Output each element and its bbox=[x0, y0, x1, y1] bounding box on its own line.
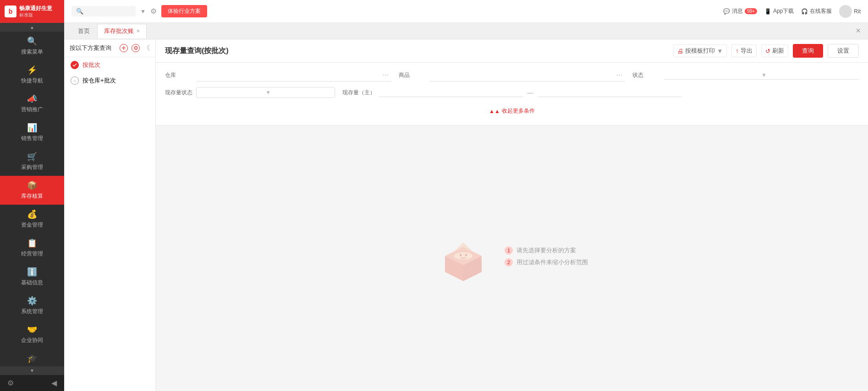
sidebar-item-marketing[interactable]: 📣 营销推广 bbox=[0, 89, 64, 118]
marketing-icon: 📣 bbox=[27, 94, 37, 104]
sidebar-item-inventory[interactable]: 📦 库存核算 bbox=[0, 176, 64, 205]
product-input-wrapper[interactable]: ··· bbox=[430, 69, 625, 81]
user-name: Rit bbox=[854, 8, 861, 15]
refresh-button[interactable]: ↺ 刷新 bbox=[761, 44, 788, 57]
plan-item-batch[interactable]: 按批次 bbox=[64, 57, 155, 73]
online-service-item[interactable]: 🎧 在线客服 bbox=[801, 7, 832, 15]
warehouse-input-wrapper[interactable]: ··· bbox=[196, 69, 391, 81]
sidebar-item-label: 快捷导航 bbox=[21, 77, 43, 85]
sidebar-item-purchase[interactable]: 🛒 采购管理 bbox=[0, 147, 64, 176]
export-button[interactable]: ↑ 导出 bbox=[731, 44, 757, 57]
sidebar-item-label: 企业协同 bbox=[21, 337, 43, 344]
sidebar-item-operations[interactable]: 📋 经营管理 bbox=[0, 234, 64, 262]
user-profile-item[interactable]: Rit bbox=[839, 5, 861, 18]
page-header: 现存量查询(按批次) 🖨 按模板打印 ▼ ↑ 导出 ↺ 刷新 bbox=[156, 39, 868, 63]
product-input[interactable] bbox=[433, 70, 616, 80]
stock-amount-dash: — bbox=[527, 89, 533, 96]
filter-area: 仓库 ··· 商品 ··· bbox=[156, 63, 868, 125]
product-dots-icon[interactable]: ··· bbox=[616, 71, 622, 79]
collapse-more-button[interactable]: ▲▲ 收起更多条件 bbox=[165, 103, 859, 119]
status-label: 状态 bbox=[632, 71, 660, 79]
collapse-panel-icon[interactable]: 《 bbox=[143, 44, 150, 52]
sidebar-header: b 畅康通好生意 标准版 bbox=[0, 0, 64, 23]
status-select[interactable]: ▼ bbox=[664, 71, 859, 80]
refresh-label: 刷新 bbox=[772, 47, 784, 55]
topbar-right: 💬 消息 99+ 📱 App下载 🎧 在线客服 Rit bbox=[723, 5, 861, 18]
export-icon: ↑ bbox=[736, 48, 739, 54]
message-item[interactable]: 💬 消息 99+ bbox=[723, 7, 757, 15]
sidebar-item-label: 营销推广 bbox=[21, 106, 43, 114]
sidebar-item-newbie[interactable]: 🎓 新手引导 bbox=[0, 349, 64, 366]
content-area: 按以下方案查询 + ⚙ 《 按批次 ○ 按仓库+批次 bbox=[64, 39, 868, 391]
message-icon: 💬 bbox=[723, 8, 730, 15]
topbar-chevron-icon[interactable]: ▼ bbox=[140, 8, 146, 15]
sidebar-footer: ⚙ ◀ bbox=[0, 375, 64, 391]
tab-close-all[interactable]: × bbox=[856, 26, 861, 36]
sidebar-scroll-down[interactable]: ▼ bbox=[0, 366, 64, 375]
try-industry-button[interactable]: 体验行业方案 bbox=[161, 5, 207, 17]
tab-active-label: 库存批次账 bbox=[104, 27, 134, 35]
collapse-sidebar-icon[interactable]: ◀ bbox=[51, 379, 57, 387]
sidebar-item-enterprise[interactable]: 🤝 企业协同 bbox=[0, 320, 64, 349]
stock-amount-from[interactable] bbox=[379, 88, 523, 97]
product-filter: 商品 ··· bbox=[399, 69, 625, 81]
sidebar-item-basic[interactable]: ℹ️ 基础信息 bbox=[0, 262, 64, 291]
left-panel: 按以下方案查询 + ⚙ 《 按批次 ○ 按仓库+批次 bbox=[64, 39, 156, 391]
inventory-icon: 📦 bbox=[27, 180, 37, 190]
topbar-search-box[interactable]: 🔍 bbox=[71, 6, 136, 16]
filter-row-2: 现存量状态 ▼ 现存量（主） — bbox=[165, 87, 859, 98]
stock-amount-to-input[interactable] bbox=[541, 89, 679, 96]
print-chevron-icon: ▼ bbox=[717, 48, 723, 54]
sidebar-item-system[interactable]: ⚙️ 系统管理 bbox=[0, 291, 64, 320]
tab-home[interactable]: 首页 bbox=[71, 24, 96, 38]
page-title: 现存量查询(按批次) bbox=[165, 46, 229, 56]
search-icon: 🔍 bbox=[27, 36, 37, 46]
quicknav-icon: ⚡ bbox=[27, 65, 37, 75]
warehouse-input[interactable] bbox=[199, 70, 383, 80]
tab-close-icon[interactable]: × bbox=[137, 28, 140, 34]
sidebar: b 畅康通好生意 标准版 ▲ 🔍 搜索菜单 ⚡ 快捷导航 📣 营销推广 📊 销售… bbox=[0, 0, 64, 391]
edition-label: 标准版 bbox=[19, 12, 52, 18]
stock-amount-from-input[interactable] bbox=[382, 89, 520, 96]
empty-illustration bbox=[436, 231, 491, 286]
hint2-number: 2 bbox=[505, 258, 513, 266]
sidebar-item-finance[interactable]: 💰 资金管理 bbox=[0, 205, 64, 234]
sidebar-item-label: 库存核算 bbox=[21, 192, 43, 200]
stock-status-select[interactable]: ▼ bbox=[196, 87, 335, 98]
sidebar-item-label: 搜索菜单 bbox=[21, 48, 43, 56]
warehouse-dots-icon[interactable]: ··· bbox=[383, 71, 389, 79]
settings-plan-icon[interactable]: ⚙ bbox=[132, 44, 140, 52]
add-plan-icon[interactable]: + bbox=[120, 44, 128, 52]
left-panel-icons: + ⚙ 《 bbox=[120, 44, 150, 52]
online-service-label: 在线客服 bbox=[810, 7, 832, 15]
export-label: 导出 bbox=[741, 47, 753, 55]
tab-inventory-batch[interactable]: 库存批次账 × bbox=[97, 24, 147, 38]
sidebar-item-label: 系统管理 bbox=[21, 308, 43, 315]
user-avatar bbox=[839, 5, 852, 18]
main-area: 🔍 ▼ ⚙ 体验行业方案 💬 消息 99+ 📱 App下载 🎧 在线客服 Rit bbox=[64, 0, 868, 391]
company-name: 畅康通好生意 bbox=[19, 5, 52, 12]
stock-amount-to[interactable] bbox=[538, 88, 682, 97]
stock-status-arrow-icon: ▼ bbox=[265, 89, 330, 96]
hint1-text: 请先选择要分析的方案 bbox=[516, 246, 576, 255]
sidebar-item-search[interactable]: 🔍 搜索菜单 bbox=[0, 32, 64, 60]
plan-item-warehouse-batch[interactable]: ○ 按仓库+批次 bbox=[64, 73, 155, 88]
refresh-icon: ↺ bbox=[765, 48, 770, 54]
search-input[interactable] bbox=[86, 8, 132, 15]
left-panel-header: 按以下方案查询 + ⚙ 《 bbox=[64, 39, 155, 57]
stock-status-filter: 现存量状态 ▼ bbox=[165, 87, 335, 98]
sidebar-item-sales[interactable]: 📊 销售管理 bbox=[0, 118, 64, 147]
sidebar-item-quicknav[interactable]: ⚡ 快捷导航 bbox=[0, 60, 64, 89]
settings-icon[interactable]: ⚙ bbox=[7, 379, 14, 387]
query-button[interactable]: 查询 bbox=[793, 44, 823, 58]
topbar-gear-icon[interactable]: ⚙ bbox=[150, 7, 157, 16]
hint1-number: 1 bbox=[505, 246, 513, 255]
settings-button[interactable]: 设置 bbox=[828, 44, 859, 58]
print-button[interactable]: 🖨 按模板打印 ▼ bbox=[673, 44, 727, 57]
app-download-item[interactable]: 📱 App下载 bbox=[764, 7, 794, 15]
print-icon: 🖨 bbox=[677, 48, 683, 54]
collapse-up-icon: ▲▲ bbox=[489, 108, 500, 114]
sidebar-scroll-up[interactable]: ▲ bbox=[0, 23, 64, 32]
basic-icon: ℹ️ bbox=[27, 267, 37, 277]
message-label: 消息 bbox=[732, 7, 743, 15]
